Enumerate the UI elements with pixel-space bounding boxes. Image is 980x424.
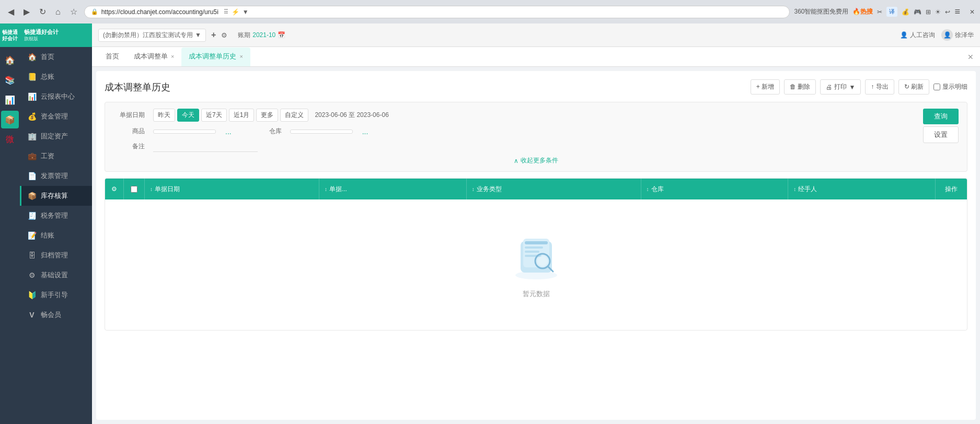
- th-action-label: 操作: [945, 185, 958, 194]
- tab-cost-adjust-history-close[interactable]: ×: [239, 53, 243, 60]
- sidebar-icon-weibo[interactable]: 微: [1, 131, 19, 148]
- nav-item-invoice[interactable]: 📄 发票管理: [20, 166, 92, 186]
- user-service-btn[interactable]: 👤 人工咨询: [900, 31, 935, 40]
- sidebar-icon-2[interactable]: 📚: [1, 71, 19, 89]
- scissor-icon[interactable]: ✂: [877, 8, 882, 16]
- print-btn[interactable]: 🖨 打印 ▼: [820, 79, 861, 95]
- coin-icon[interactable]: 💰: [902, 8, 909, 16]
- refresh-button[interactable]: ↻: [37, 6, 49, 18]
- th-voucher[interactable]: ↕ 单据...: [319, 179, 467, 199]
- search-tool[interactable]: 360智能抠图免费用: [794, 7, 848, 16]
- more-icon[interactable]: ≡: [954, 6, 960, 17]
- tab-cost-adjust[interactable]: 成本调整单 ×: [126, 48, 181, 66]
- add-company-btn[interactable]: +: [211, 30, 216, 40]
- new-btn[interactable]: + 新增: [751, 79, 780, 95]
- warehouse-more-btn[interactable]: ...: [362, 127, 368, 136]
- th-settings[interactable]: ⚙: [105, 179, 124, 199]
- theme-icon[interactable]: ☀: [935, 8, 941, 16]
- game-icon[interactable]: 🎮: [914, 8, 921, 16]
- nav-item-home[interactable]: 🏠 首页: [20, 47, 92, 67]
- toolbar: + 新增 🗑 删除 🖨 打印 ▼ ↑ 导出 ↻ 刷新 显示明细: [751, 79, 967, 95]
- goods-selector[interactable]: [153, 129, 216, 134]
- grid-icon[interactable]: ⊞: [926, 8, 931, 16]
- nav-item-settings[interactable]: ⚙ 基础设置: [20, 265, 92, 285]
- nav-item-ledger[interactable]: 📒 总账: [20, 67, 92, 87]
- page-title: 成本调整单历史: [105, 81, 170, 93]
- yesterday-btn[interactable]: 昨天: [153, 109, 175, 122]
- th-voucher-label: 单据...: [329, 185, 347, 194]
- nav-item-fixed-assets[interactable]: 🏢 固定资产: [20, 126, 92, 146]
- company-selector[interactable]: (勿删勿禁用）江西股宝测试专用 ▼: [98, 29, 206, 42]
- sidebar-icon-1[interactable]: 🏠: [1, 51, 19, 69]
- show-cols-checkbox[interactable]: [933, 84, 940, 90]
- company-settings-icon[interactable]: ⚙: [221, 31, 227, 39]
- address-bar[interactable]: 🔒 https://cloud.chanjet.com/accounting/u…: [84, 6, 790, 18]
- nav-sidebar: 畅捷通好会计 旗舰版 🏠 首页 📒 总账 📊 云报表中心 💰 资金管理 🏢 固定…: [20, 23, 92, 424]
- last7-btn[interactable]: 近7天: [201, 109, 227, 122]
- forward-button[interactable]: ▶: [21, 6, 32, 18]
- search-btn[interactable]: 查询: [923, 109, 959, 124]
- tab-home[interactable]: 首页: [98, 48, 126, 66]
- nav-item-inventory[interactable]: 📦 库存核算: [20, 186, 92, 206]
- sidebar-icon-3[interactable]: 📊: [1, 91, 19, 109]
- collapse-btn[interactable]: ∧ 收起更多条件: [113, 156, 959, 165]
- undo-icon[interactable]: ↩: [945, 8, 950, 16]
- company-dropdown-icon: ▼: [195, 31, 201, 39]
- translate-icon[interactable]: 译: [886, 7, 897, 17]
- filter-date-row: 单据日期 昨天 今天 近7天 近1月 更多 自定义 2023-06-06 至 2…: [113, 109, 917, 122]
- page-content: 成本调整单历史 + 新增 🗑 删除 🖨 打印 ▼ ↑ 导出 ↻ 刷新 显示明细: [96, 71, 976, 420]
- close-all-btn[interactable]: ✕: [967, 53, 974, 61]
- home-button[interactable]: ⌂: [53, 6, 63, 18]
- more-btn[interactable]: 更多: [256, 109, 278, 122]
- svg-rect-5: [525, 251, 539, 253]
- export-btn[interactable]: ↑ 导出: [865, 79, 894, 95]
- nav-item-funds[interactable]: 💰 资金管理: [20, 107, 92, 126]
- tab-cost-adjust-close[interactable]: ×: [171, 53, 174, 60]
- warehouse-filter-label: 仓库: [250, 127, 282, 136]
- star-button[interactable]: ☆: [67, 6, 80, 18]
- delete-btn[interactable]: 🗑 删除: [784, 79, 816, 95]
- th-handler[interactable]: ↕ 经手人: [788, 179, 936, 199]
- nav-item-archive[interactable]: 🗄 归档管理: [20, 245, 92, 265]
- calendar-icon[interactable]: 📅: [278, 31, 285, 39]
- select-all-checkbox[interactable]: [131, 186, 137, 193]
- nav-item-payroll[interactable]: 💼 工资: [20, 146, 92, 166]
- nav-label-closing: 结账: [41, 231, 54, 240]
- nav-item-reports[interactable]: 📊 云报表中心: [20, 87, 92, 107]
- warehouse-selector[interactable]: [290, 129, 353, 134]
- back-button[interactable]: ◀: [5, 6, 17, 18]
- nav-label-archive: 归档管理: [41, 251, 68, 260]
- nav-item-guide[interactable]: 🔰 新手引导: [20, 285, 92, 305]
- nav-label-home: 首页: [41, 52, 54, 62]
- collapse-label: 收起更多条件: [521, 156, 558, 165]
- nav-label-guide: 新手引导: [41, 290, 68, 300]
- period-info: 账期 2021-10 📅: [238, 31, 285, 40]
- settings-btn[interactable]: 设置: [923, 126, 959, 143]
- nav-label-funds: 资金管理: [41, 112, 68, 121]
- remark-input[interactable]: [153, 141, 258, 152]
- funds-icon: 💰: [27, 112, 37, 121]
- th-warehouse[interactable]: ↕ 仓库: [641, 179, 789, 199]
- hot-search-badge[interactable]: 🔥热搜: [852, 7, 873, 16]
- nav-item-closing[interactable]: 📝 结账: [20, 226, 92, 245]
- th-date[interactable]: ↕ 单据日期: [145, 179, 319, 199]
- th-checkbox[interactable]: [124, 179, 145, 199]
- nav-header-content: 畅捷通好会计 旗舰版: [24, 28, 59, 42]
- sidebar-icon-active[interactable]: 📦: [1, 111, 19, 128]
- nav-item-vip[interactable]: V 畅会员: [20, 305, 92, 325]
- tab-cost-adjust-history[interactable]: 成本调整单历史 ×: [181, 48, 250, 66]
- last-month-btn[interactable]: 近1月: [229, 109, 255, 122]
- today-btn[interactable]: 今天: [177, 109, 199, 122]
- nav-item-tax[interactable]: 🧾 税务管理: [20, 206, 92, 226]
- goods-more-btn[interactable]: ...: [225, 127, 232, 136]
- custom-btn[interactable]: 自定义: [280, 109, 308, 122]
- th-type[interactable]: ↕ 业务类型: [467, 179, 641, 199]
- ledger-icon: 📒: [27, 73, 37, 81]
- home-icon: 🏠: [27, 53, 37, 61]
- refresh-btn[interactable]: ↻ 刷新: [898, 79, 929, 95]
- close-icon[interactable]: ✕: [970, 8, 975, 16]
- vip-icon: V: [27, 311, 37, 319]
- sort-warehouse-icon: ↕: [647, 186, 649, 192]
- user-menu-btn[interactable]: 👤 徐泽华: [941, 29, 974, 41]
- th-action: 操作: [936, 179, 967, 199]
